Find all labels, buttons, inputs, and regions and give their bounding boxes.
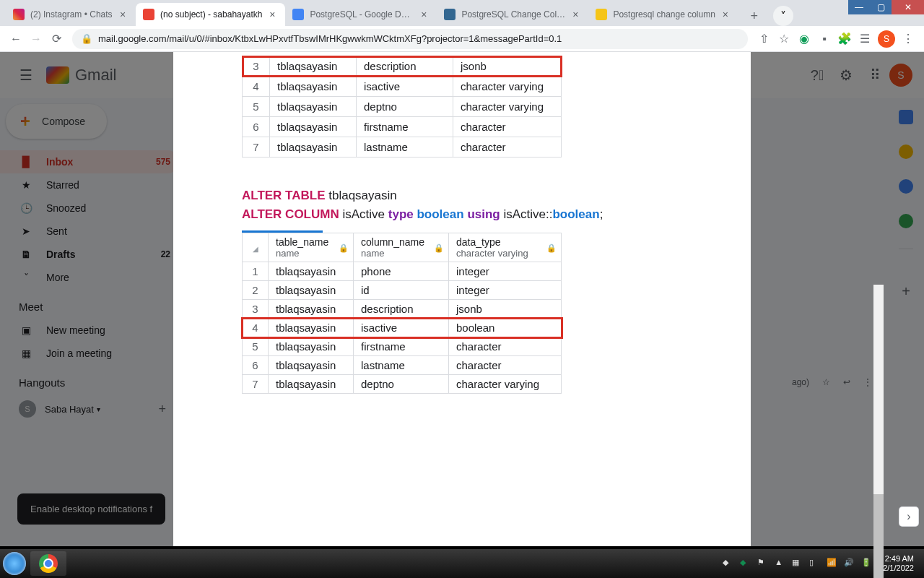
grammarly-icon[interactable]: ◉ — [794, 29, 814, 49]
expand-panel-button[interactable]: › — [899, 507, 918, 526]
start-button[interactable] — [0, 549, 29, 578]
tab-postgres-change[interactable]: PostgreSQL Change Colum × — [437, 3, 588, 26]
scrollbar[interactable] — [873, 285, 884, 578]
table-row: 4tblaqsayasinisactivecharacter varying — [243, 77, 562, 97]
scrollbar-thumb[interactable] — [873, 494, 884, 578]
result-table-after: ◢table_namename🔒column_namename🔒data_typ… — [242, 233, 562, 394]
window-close[interactable]: ✕ — [892, 0, 924, 14]
windows-taskbar: ◆ ◆ ⚑ ▲ ▦ ▯ 📶 🔊 🔋 2:49 AM 2/1/2022 — [0, 549, 924, 578]
taskbar-chrome[interactable] — [30, 551, 66, 576]
reading-list-icon[interactable]: ☰ — [855, 29, 875, 49]
tab-title: PostgreSQL - Google Docs — [310, 9, 414, 20]
table-row: 4tblaqsayasinisactiveboolean — [243, 319, 562, 337]
postgres-icon — [444, 9, 456, 20]
table-row: 3tblaqsayasindescriptionjsonb — [243, 56, 562, 77]
network-icon[interactable]: ▯ — [809, 558, 821, 569]
tab-instagram[interactable]: (2) Instagram • Chats × — [6, 3, 136, 26]
profile-dropdown[interactable]: ˅ — [773, 6, 793, 26]
table-row: 6tblaqsayasinfirstnamecharacter — [243, 117, 562, 137]
close-icon[interactable]: × — [720, 9, 731, 20]
star-icon[interactable]: ☆ — [774, 29, 794, 49]
gdocs-icon — [292, 9, 304, 20]
tab-title: (2) Instagram • Chats — [30, 9, 113, 20]
close-icon[interactable]: × — [117, 9, 128, 20]
table-row: 3tblaqsayasindescriptionjsonb — [243, 300, 562, 319]
windows-icon — [3, 552, 26, 575]
back-button[interactable]: ← — [6, 29, 26, 49]
tab-title: PostgreSQL Change Colum — [461, 9, 565, 20]
new-tab-button[interactable]: + — [744, 6, 764, 26]
share-icon[interactable]: ⇧ — [754, 29, 774, 49]
menu-icon[interactable]: ⋮ — [898, 29, 918, 49]
battery-icon[interactable]: 🔋 — [861, 558, 873, 569]
table-row: 5tblaqsayasindeptnocharacter varying — [243, 97, 562, 117]
url-text: mail.google.com/mail/u/0/#inbox/KtbxLwHP… — [98, 33, 739, 44]
close-icon[interactable]: × — [570, 9, 581, 20]
tray-icon[interactable]: ▲ — [775, 558, 786, 569]
tray-icon[interactable]: ◆ — [723, 558, 734, 569]
url-input[interactable]: 🔒 mail.google.com/mail/u/0/#inbox/KtbxLw… — [72, 29, 748, 49]
sql-statement: ALTER TABLE tblaqsayasin ALTER COLUMN is… — [242, 186, 751, 223]
clock[interactable]: 2:49 AM 2/1/2022 — [879, 554, 918, 573]
tab-gdocs[interactable]: PostgreSQL - Google Docs × — [285, 3, 437, 26]
volume-icon[interactable]: 🔊 — [844, 558, 855, 569]
close-icon[interactable]: × — [266, 9, 278, 20]
table-header-row: ◢table_namename🔒column_namename🔒data_typ… — [243, 233, 562, 262]
system-tray: ◆ ◆ ⚑ ▲ ▦ ▯ 📶 🔊 🔋 2:49 AM 2/1/2022 — [723, 554, 924, 573]
gmail-icon — [143, 9, 154, 20]
browser-tab-bar: (2) Instagram • Chats × (no subject) - s… — [0, 0, 924, 26]
forward-button[interactable]: → — [26, 29, 46, 49]
table-row: 1tblaqsayasinphoneinteger — [243, 262, 562, 281]
address-bar: ← → ⟳ 🔒 mail.google.com/mail/u/0/#inbox/… — [0, 26, 924, 52]
chrome-icon — [39, 554, 58, 573]
instagram-icon — [13, 9, 25, 20]
time-text: 2:49 AM — [883, 554, 914, 564]
close-icon[interactable]: × — [418, 9, 430, 20]
tab-title: Postgresql change column — [613, 9, 715, 20]
attachment-viewer: 3tblaqsayasindescriptionjsonb4tblaqsayas… — [173, 52, 751, 546]
lock-icon: 🔒 — [81, 33, 92, 44]
date-text: 2/1/2022 — [883, 564, 914, 573]
tray-icon[interactable]: ◆ — [740, 558, 751, 569]
table-row: 5tblaqsayasinfirstnamecharacter — [243, 337, 562, 356]
extensions-button[interactable]: 🧩 — [834, 29, 855, 49]
extension-icon[interactable]: ▪ — [814, 29, 834, 49]
tab-gmail[interactable]: (no subject) - sabahayatkh × — [136, 3, 285, 26]
table-row: 7tblaqsayasinlastnamecharacter — [243, 137, 562, 158]
window-minimize[interactable]: — — [848, 0, 870, 14]
table-row: 2tblaqsayasinidinteger — [243, 281, 562, 300]
table-row: 6tblaqsayasinlastnamecharacter — [243, 356, 562, 375]
tray-icon[interactable]: ▦ — [792, 558, 803, 569]
result-table-before: 3tblaqsayasindescriptionjsonb4tblaqsayas… — [242, 56, 562, 158]
table-row: 7tblaqsayasindeptnocharacter varying — [243, 375, 562, 394]
reload-button[interactable]: ⟳ — [46, 29, 66, 49]
doc-icon — [596, 9, 607, 20]
window-maximize[interactable]: ▢ — [870, 0, 892, 14]
tab-postgres-col[interactable]: Postgresql change column × — [588, 3, 738, 26]
wifi-icon[interactable]: 📶 — [827, 558, 838, 569]
tab-title: (no subject) - sabahayatkh — [160, 9, 262, 20]
profile-avatar[interactable]: S — [878, 30, 895, 48]
tray-icon[interactable]: ⚑ — [757, 558, 769, 569]
